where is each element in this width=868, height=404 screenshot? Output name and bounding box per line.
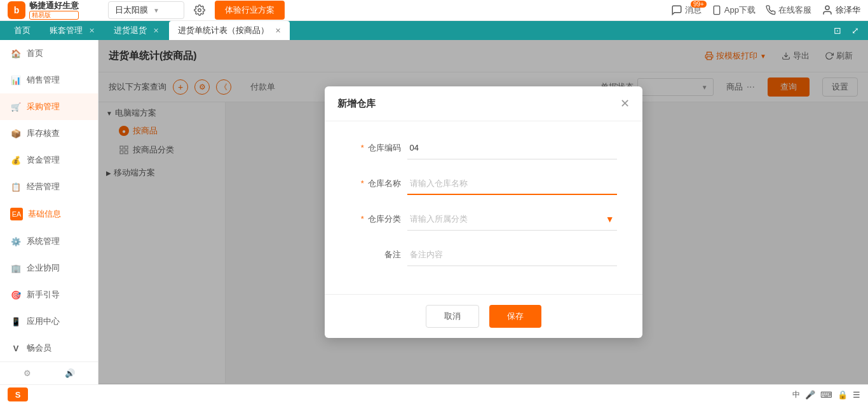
tab-purchase-return-label: 进货退货 [114,25,147,36]
settings-button[interactable] [189,0,210,20]
bottom-left: S [8,387,28,401]
sidebar-item-purchase[interactable]: 🛒 采购管理 [0,93,98,120]
modal-body: * 仓库编码 * 仓库名称 [325,121,642,294]
store-selector[interactable]: 日太阳膜 ▼ [108,1,184,19]
chevron-down-icon: ▼ [153,7,159,14]
sidebar-enterprise-label: 企业协同 [27,262,60,274]
svg-point-3 [825,6,829,10]
status-icons: 中 🎤 ⌨ 🔒 ☰ [792,389,860,400]
vip-icon: V [10,342,22,354]
remark-label: 备注 [350,249,401,260]
modal-footer: 取消 保存 [325,294,642,338]
sidebar-bottom: ⚙ 🔊 [0,361,98,384]
sidebar: 🏠 首页 📊 销售管理 🛒 采购管理 📦 库存核查 💰 资金管理 📋 经 [0,40,98,384]
message-badge: 99+ [691,1,707,8]
system-icon: ⚙️ [10,236,22,247]
sidebar-basic-label: 基础信息 [28,208,61,220]
name-input[interactable] [407,172,617,195]
sidebar-vip-label: 畅会员 [27,342,51,354]
logo-badge: 精易版 [29,11,79,20]
sidebar-item-home[interactable]: 🏠 首页 [0,40,98,67]
tab-accounts[interactable]: 账套管理 ✕ [41,21,104,40]
sidebar-settings-icon[interactable]: ⚙ [24,368,31,378]
sidebar-item-inventory[interactable]: 📦 库存核查 [0,120,98,147]
keyboard-icon[interactable]: ⌨ [820,390,832,400]
modal-overlay: 新增仓库 ✕ * 仓库编码 [98,40,868,384]
purchase-icon: 🛒 [10,101,22,112]
online-service-item[interactable]: 在线客服 [766,4,811,16]
username-label: 徐泽华 [836,4,860,16]
home-icon: 🏠 [10,48,22,59]
sidebar-item-basic[interactable]: EA 基础信息 [0,200,98,228]
main-layout: 🏠 首页 📊 销售管理 🛒 采购管理 📦 库存核查 💰 资金管理 📋 经 [0,40,868,384]
add-warehouse-modal: 新增仓库 ✕ * 仓库编码 [325,86,642,338]
sidebar-guide-label: 新手引导 [27,289,60,300]
sidebar-item-apps[interactable]: 📱 应用中心 [0,308,98,335]
chinese-input-icon[interactable]: 中 [792,389,800,400]
enterprise-icon: 🏢 [10,262,22,274]
category-field-row: * 仓库分类 请输入所属分类 ▼ [350,208,617,231]
lock-icon[interactable]: 🔒 [837,390,848,400]
code-input[interactable] [407,137,617,159]
code-field-row: * 仓库编码 [350,137,617,159]
top-header: b 畅捷通好生意 精易版 日太阳膜 ▼ 体验行业方案 消息 99+ [0,0,868,21]
tab-restore-button[interactable]: ⊡ [830,23,845,38]
sidebar-item-vip[interactable]: V 畅会员 [0,335,98,361]
sidebar-item-finance[interactable]: 💰 资金管理 [0,147,98,173]
tab-purchase-stats[interactable]: 进货单统计表（按商品） ✕ [169,21,290,40]
message-item[interactable]: 消息 99+ [671,4,702,16]
remark-input[interactable] [407,243,617,266]
sidebar-item-guide[interactable]: 🎯 新手引导 [0,281,98,308]
user-item[interactable]: 徐泽华 [822,4,860,16]
save-button[interactable]: 保存 [489,305,541,328]
name-label: * 仓库名称 [350,178,401,189]
app-container: b 畅捷通好生意 精易版 日太阳膜 ▼ 体验行业方案 消息 99+ [0,0,868,404]
tab-controls: ⊡ ⤢ [830,23,863,38]
app-download-item[interactable]: App下载 [712,4,756,16]
s-logo-icon: S [8,387,28,401]
store-name: 日太阳膜 [115,4,148,16]
tab-accounts-close[interactable]: ✕ [89,27,95,35]
logo-text: 畅捷通好生意 [29,1,79,11]
modal-header: 新增仓库 ✕ [325,86,642,121]
basic-icon: EA [10,208,23,220]
header-right: 消息 99+ App下载 在线客服 徐泽华 [671,4,860,16]
sidebar-operation-label: 经营管理 [27,181,60,192]
tab-purchase-return[interactable]: 进货退货 ✕ [105,21,168,40]
category-label: * 仓库分类 [350,213,401,225]
apps-icon: 📱 [10,316,22,327]
tab-purchase-return-close[interactable]: ✕ [153,27,159,35]
logo-area: b 畅捷通好生意 精易版 [8,1,103,20]
sidebar-purchase-label: 采购管理 [27,101,60,112]
sidebar-item-sales[interactable]: 📊 销售管理 [0,67,98,93]
category-select[interactable]: 请输入所属分类 ▼ [407,208,617,231]
sidebar-item-enterprise[interactable]: 🏢 企业协同 [0,255,98,281]
content-area: 进货单统计(按商品) 按模板打印 ▼ 导出 刷新 [98,40,868,384]
tab-accounts-label: 账套管理 [50,25,83,36]
sidebar-item-operation[interactable]: 📋 经营管理 [0,173,98,200]
tab-expand-button[interactable]: ⤢ [848,23,863,38]
tab-bar: 首页 账套管理 ✕ 进货退货 ✕ 进货单统计表（按商品） ✕ ⊡ ⤢ [0,21,868,40]
tab-purchase-stats-close[interactable]: ✕ [275,27,281,35]
status-bar: S 中 🎤 ⌨ 🔒 ☰ [0,384,868,404]
sidebar-inventory-label: 库存核查 [27,128,60,139]
sidebar-system-label: 系统管理 [27,236,60,247]
sidebar-sound-icon[interactable]: 🔊 [65,368,75,378]
sidebar-item-system[interactable]: ⚙️ 系统管理 [0,228,98,255]
mic-icon[interactable]: 🎤 [805,390,815,400]
remark-field-row: 备注 [350,243,617,266]
inventory-icon: 📦 [10,128,22,139]
sidebar-finance-label: 资金管理 [27,154,60,166]
guide-icon: 🎯 [10,289,22,300]
cancel-button[interactable]: 取消 [426,305,479,328]
operation-icon: 📋 [10,181,22,192]
trial-button[interactable]: 体验行业方案 [215,1,285,20]
menu-icon[interactable]: ☰ [853,390,860,400]
app-download-label: App下载 [724,4,756,16]
code-label: * 仓库编码 [350,142,401,154]
sales-icon: 📊 [10,74,22,86]
tab-home[interactable]: 首页 [5,21,39,40]
category-arrow-icon: ▼ [606,214,614,224]
modal-close-button[interactable]: ✕ [620,97,630,111]
sidebar-sales-label: 销售管理 [27,74,60,86]
